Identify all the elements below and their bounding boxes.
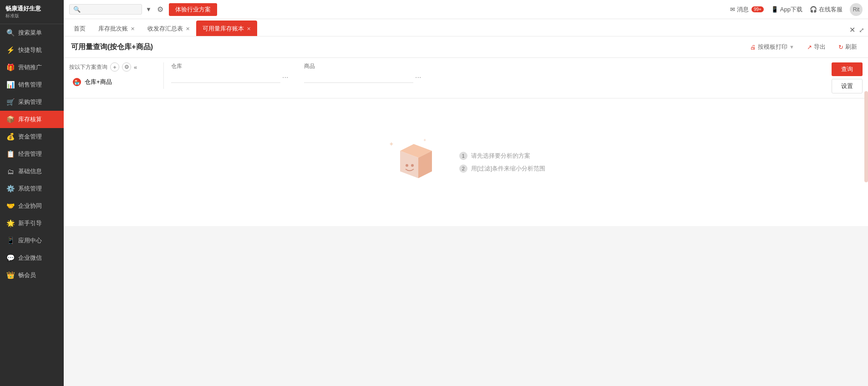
logo-title: 畅康通好生意 [5,5,58,13]
tab-batch-ledger[interactable]: 库存批次账 ✕ [92,21,141,36]
tab-batch-ledger-close[interactable]: ✕ [131,26,135,32]
search-input[interactable] [82,6,137,13]
filter-group-product: 商品 ··· [304,62,431,83]
sales-icon: 📊 [6,81,15,89]
shortcut-icon: ⚡ [6,46,15,54]
sidebar-item-cooperation[interactable]: 🤝 企业协同 [0,197,64,215]
refresh-icon: ↻ [838,44,843,51]
query-button[interactable]: 查询 [832,62,863,76]
search-icon: 🔍 [6,29,15,37]
warehouse-filter-more-icon[interactable]: ··· [282,73,288,82]
filters-panel: 仓库 ··· 商品 ··· [164,62,826,83]
topbar-dropdown-icon[interactable]: ▼ [146,6,152,13]
sidebar-item-operation[interactable]: 📋 经营管理 [0,145,64,163]
sidebar-item-inventory[interactable]: 📦 库存核算 [0,111,64,128]
online-service-button[interactable]: 🎧 在线客服 [810,5,843,14]
tab-available-qty-close[interactable]: ✕ [247,26,251,32]
member-icon: 👑 [6,271,15,279]
sidebar-item-system[interactable]: ⚙️ 系统管理 [0,180,64,197]
scheme-collapse-button[interactable]: « [134,64,137,71]
user-profile[interactable]: Rit [850,3,863,16]
purchase-icon: 🛒 [6,98,15,106]
scheme-panel: 按以下方案查询 + ⚙ « 🏪 仓库+商品 [64,62,164,89]
sidebar-item-member[interactable]: 👑 畅会员 [0,267,64,284]
tab-home[interactable]: 首页 [67,21,92,36]
tab-collect-ledger-close[interactable]: ✕ [186,26,190,32]
warehouse-filter-input[interactable] [171,72,280,83]
hint-1-num: 1 [459,152,467,160]
right-scrollbar[interactable] [864,91,868,182]
topbar-search-box[interactable]: 🔍 [69,4,142,15]
svg-point-4 [411,164,414,167]
sidebar-item-basic[interactable]: 🗂 基础信息 [0,163,64,180]
product-filter-input[interactable] [304,72,413,83]
wechat-icon: 💬 [6,254,15,262]
sidebar-item-marketing[interactable]: 🎁 营销推广 [0,59,64,76]
sidebar-item-purchase[interactable]: 🛒 采购管理 [0,93,64,111]
scheme-header-label: 按以下方案查询 [69,63,107,71]
empty-hint-2: 2 用[过滤]条件来缩小分析范围 [459,165,545,173]
warehouse-filter-row: ··· [171,72,299,83]
sidebar: 畅康通好生意 标准版 🔍 搜索菜单 ⚡ 快捷导航 🎁 营销推广 📊 销售管理 🛒… [0,0,64,386]
inventory-icon: 📦 [6,115,15,124]
settings-button[interactable]: 设置 [832,79,863,93]
marketing-icon: 🎁 [6,63,15,72]
filter-group-warehouse: 仓库 ··· [171,62,299,83]
avatar: Rit [850,3,863,16]
empty-box-svg: ✦ ✦ [386,135,441,190]
search-input-icon: 🔍 [73,6,81,13]
print-icon: 🖨 [750,44,756,51]
operation-icon: 📋 [6,150,15,158]
empty-state: ✦ ✦ 1 请先选择要分析的方案 2 用[过滤]条件来缩小分析范围 [64,98,868,226]
page-title: 可用量查询(按仓库+商品) [71,42,153,52]
empty-illustration: ✦ ✦ [386,135,441,190]
svg-text:✦: ✦ [389,140,394,148]
print-dropdown-icon[interactable]: ▼ [789,44,794,50]
scheme-add-button[interactable]: + [110,62,119,72]
svg-text:✦: ✦ [423,138,426,143]
sidebar-item-newbie[interactable]: 🌟 新手引导 [0,215,64,232]
export-icon: ↗ [807,44,812,51]
empty-state-inner: ✦ ✦ 1 请先选择要分析的方案 2 用[过滤]条件来缩小分析范围 [386,135,545,190]
sidebar-scroll: 🔍 搜索菜单 ⚡ 快捷导航 🎁 营销推广 📊 销售管理 🛒 采购管理 📦 库存核… [0,24,64,386]
service-icon: 🎧 [810,6,817,13]
trial-industry-button[interactable]: 体验行业方案 [169,3,217,16]
page-header-actions: 🖨 按模板打印 ▼ ↗ 导出 ↻ 刷新 [746,41,861,53]
message-button[interactable]: ✉ 消息 99+ [730,5,764,14]
settings-gear-icon[interactable]: ⚙ [155,3,165,15]
product-filter-row: ··· [304,72,431,83]
product-filter-label: 商品 [304,62,431,70]
sidebar-item-shortcut[interactable]: ⚡ 快捷导航 [0,41,64,59]
basic-icon: 🗂 [6,167,15,175]
query-row: 按以下方案查询 + ⚙ « 🏪 仓库+商品 仓库 [64,62,868,93]
finance-icon: 💰 [6,133,15,141]
tab-available-qty[interactable]: 可用量库存账本 ✕ [196,21,257,36]
tabbar: 首页 库存批次账 ✕ 收发存汇总表 ✕ 可用量库存账本 ✕ ✕ ⤢ [64,19,868,36]
hint-2-num: 2 [459,165,467,173]
refresh-button[interactable]: ↻ 刷新 [835,41,861,53]
sidebar-item-wechat[interactable]: 💬 企业微信 [0,249,64,267]
app-download-button[interactable]: 📱 App下载 [771,5,802,14]
export-button[interactable]: ↗ 导出 [803,41,829,53]
system-icon: ⚙️ [6,185,15,193]
print-by-template-button[interactable]: 🖨 按模板打印 ▼ [746,41,798,53]
empty-hint-1: 1 请先选择要分析的方案 [459,152,545,160]
message-badge: 99+ [751,6,764,12]
logo-sub: 标准版 [5,13,58,19]
tab-collect-ledger[interactable]: 收发存汇总表 ✕ [141,21,196,36]
tabbar-right-controls: ✕ ⤢ [849,26,864,36]
sidebar-item-sales[interactable]: 📊 销售管理 [0,76,64,93]
page-content: 可用量查询(按仓库+商品) 🖨 按模板打印 ▼ ↗ 导出 ↻ 刷新 [64,36,868,386]
sidebar-item-finance[interactable]: 💰 资金管理 [0,128,64,145]
message-icon: ✉ [730,6,735,13]
sidebar-item-app-center[interactable]: 📱 应用中心 [0,232,64,249]
sidebar-item-search[interactable]: 🔍 搜索菜单 [0,24,64,41]
tabbar-window-close[interactable]: ✕ [849,26,855,34]
main-area: 🔍 ▼ ⚙ 体验行业方案 ✉ 消息 99+ 📱 App下载 🎧 在线客服 Rit [64,0,868,386]
scheme-header: 按以下方案查询 + ⚙ « [69,62,158,72]
tabbar-expand-icon[interactable]: ⤢ [859,26,864,34]
product-filter-more-icon[interactable]: ··· [415,73,421,82]
scheme-settings-button[interactable]: ⚙ [122,62,131,72]
scheme-item-warehouse-product[interactable]: 🏪 仓库+商品 [69,75,158,89]
query-btn-area: 查询 设置 [826,62,868,93]
